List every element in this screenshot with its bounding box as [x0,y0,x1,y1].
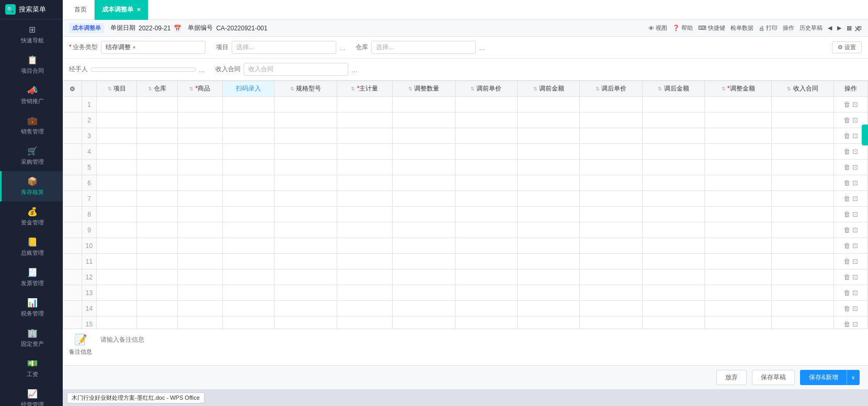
project-dots[interactable]: ... [339,43,346,52]
row-product[interactable] [177,191,222,207]
row-spec[interactable] [275,301,337,317]
row-adj-amount[interactable] [705,175,772,191]
row-before-amount[interactable] [518,269,580,285]
row-after-amount[interactable] [642,238,704,254]
row-warehouse[interactable] [137,175,177,191]
copy-icon[interactable]: ⊡ [852,116,858,124]
copy-icon[interactable]: ⊡ [852,100,858,108]
row-spec[interactable] [275,222,337,238]
row-adj-qty[interactable] [393,112,455,128]
row-before-price[interactable] [455,128,517,144]
row-adj-amount[interactable] [705,207,772,222]
row-scan[interactable] [222,222,275,238]
row-before-amount[interactable] [518,97,580,112]
row-scan[interactable] [222,317,275,329]
row-scan[interactable] [222,254,275,269]
col-scan[interactable]: 扫码录入 [222,81,275,97]
row-after-price[interactable] [580,254,642,269]
row-income-contract[interactable] [771,238,833,254]
row-after-price[interactable] [580,160,642,175]
row-after-price[interactable] [580,269,642,285]
copy-icon[interactable]: ⊡ [852,242,858,250]
row-before-price[interactable] [455,175,517,191]
row-scan[interactable] [222,160,275,175]
income-contract-input[interactable]: 收入合同 [244,63,348,76]
row-before-amount[interactable] [518,175,580,191]
row-warehouse[interactable] [137,160,177,175]
delete-icon[interactable]: 🗑 [843,304,850,312]
copy-icon[interactable]: ⊡ [852,226,858,234]
taskbar-item[interactable]: 木门行业好业财处理方案-墨红红.doc - WPS Office [67,392,204,403]
history-btn[interactable]: 历史草稿 [800,24,823,32]
row-after-price[interactable] [580,128,642,144]
row-before-amount[interactable] [518,317,580,329]
row-project[interactable] [97,317,137,329]
copy-icon[interactable]: ⊡ [852,289,858,297]
row-warehouse[interactable] [137,317,177,329]
row-scan[interactable] [222,269,275,285]
row-spec[interactable] [275,175,337,191]
row-before-price[interactable] [455,191,517,207]
row-unit[interactable] [337,238,393,254]
row-scan[interactable] [222,128,275,144]
row-before-amount[interactable] [518,222,580,238]
row-before-amount[interactable] [518,254,580,269]
copy-icon[interactable]: ⊡ [852,163,858,171]
row-warehouse[interactable] [137,207,177,222]
handler-input[interactable] [91,67,196,72]
delete-icon[interactable]: 🗑 [843,179,850,187]
row-adj-amount[interactable] [705,254,772,269]
delete-icon[interactable]: 🗑 [843,148,850,155]
settings-button[interactable]: ⚙ 设置 [832,41,862,53]
row-product[interactable] [177,160,222,175]
row-income-contract[interactable] [771,128,833,144]
row-unit[interactable] [337,97,393,112]
row-income-contract[interactable] [771,254,833,269]
row-project[interactable] [97,301,137,317]
row-before-price[interactable] [455,238,517,254]
copy-icon[interactable]: ⊡ [852,257,858,265]
row-spec[interactable] [275,128,337,144]
row-before-amount[interactable] [518,144,580,160]
row-income-contract[interactable] [771,207,833,222]
row-adj-amount[interactable] [705,128,772,144]
row-after-price[interactable] [580,317,642,329]
row-before-price[interactable] [455,144,517,160]
copy-icon[interactable]: ⊡ [852,195,858,202]
shortcut-btn[interactable]: ⌨ 快捷键 [698,24,725,32]
row-adj-qty[interactable] [393,254,455,269]
copy-icon[interactable]: ⊡ [852,132,858,140]
row-after-price[interactable] [580,238,642,254]
row-after-amount[interactable] [642,128,704,144]
delete-icon[interactable]: 🗑 [843,116,850,124]
row-before-amount[interactable] [518,301,580,317]
row-spec[interactable] [275,160,337,175]
row-product[interactable] [177,301,222,317]
copy-icon[interactable]: ⊡ [852,179,858,187]
delete-icon[interactable]: 🗑 [843,163,850,171]
row-project[interactable] [97,222,137,238]
row-unit[interactable] [337,144,393,160]
row-income-contract[interactable] [771,97,833,112]
row-project[interactable] [97,191,137,207]
row-income-contract[interactable] [771,317,833,329]
delete-icon[interactable]: 🗑 [843,289,850,297]
sidebar-item-tax[interactable]: 📊税务管理 [0,292,63,323]
row-after-price[interactable] [580,112,642,128]
delete-icon[interactable]: 🗑 [843,320,850,328]
sidebar-logo[interactable]: 🔍 搜索菜单 [0,0,63,19]
row-before-amount[interactable] [518,128,580,144]
row-project[interactable] [97,128,137,144]
delete-icon[interactable]: 🗑 [843,273,850,281]
row-spec[interactable] [275,144,337,160]
row-adj-amount[interactable] [705,144,772,160]
row-scan[interactable] [222,285,275,301]
row-product[interactable] [177,317,222,329]
row-project[interactable] [97,285,137,301]
right-panel-toggle[interactable] [862,125,868,145]
row-adj-amount[interactable] [705,317,772,329]
row-scan[interactable] [222,175,275,191]
row-adj-amount[interactable] [705,160,772,175]
row-warehouse[interactable] [137,144,177,160]
sidebar-item-project-contract[interactable]: 📋项目合同 [0,50,63,80]
